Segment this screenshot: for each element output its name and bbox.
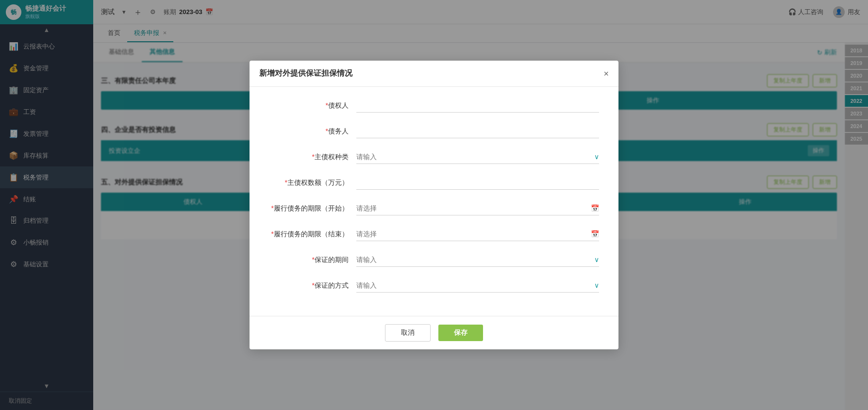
add-guarantee-modal: 新增对外提供保证担保情况 × *债权人 *债务人 *主债权种类 bbox=[250, 61, 618, 349]
cancel-button[interactable]: 取消 bbox=[385, 324, 431, 342]
form-input-creditor[interactable] bbox=[356, 98, 599, 113]
form-select-input-guarantee-period[interactable] bbox=[356, 256, 594, 263]
form-row-debt-amount: *主债权数额（万元） bbox=[269, 176, 599, 190]
form-row-guarantee-period: *保证的期间 ∨ bbox=[269, 253, 599, 267]
form-label-period-start: *履行债务的期限（开始） bbox=[269, 204, 356, 213]
form-row-period-end: *履行债务的期限（结束） 📅 bbox=[269, 227, 599, 241]
form-row-debt-type: *主债权种类 ∨ bbox=[269, 150, 599, 164]
save-button[interactable]: 保存 bbox=[438, 325, 483, 341]
select-arrow-debt-type[interactable]: ∨ bbox=[594, 153, 599, 161]
form-date-period-start[interactable]: 📅 bbox=[356, 201, 599, 215]
modal-overlay: 新增对外提供保证担保情况 × *债权人 *债务人 *主债权种类 bbox=[0, 0, 868, 410]
form-label-debtor: *债务人 bbox=[269, 127, 356, 136]
form-label-debt-type: *主债权种类 bbox=[269, 153, 356, 162]
form-select-guarantee-period[interactable]: ∨ bbox=[356, 253, 599, 267]
form-date-input-period-end[interactable] bbox=[356, 230, 591, 238]
form-date-input-period-start[interactable] bbox=[356, 204, 591, 212]
modal-title: 新增对外提供保证担保情况 bbox=[259, 68, 352, 79]
form-input-debt-amount[interactable] bbox=[356, 176, 599, 190]
form-row-guarantee-method: *保证的方式 ∨ bbox=[269, 279, 599, 293]
form-label-guarantee-period: *保证的期间 bbox=[269, 256, 356, 264]
select-arrow-guarantee-method[interactable]: ∨ bbox=[594, 281, 599, 289]
modal-header: 新增对外提供保证担保情况 × bbox=[250, 61, 618, 87]
form-label-guarantee-method: *保证的方式 bbox=[269, 281, 356, 290]
form-label-period-end: *履行债务的期限（结束） bbox=[269, 230, 356, 239]
form-select-debt-type[interactable]: ∨ bbox=[356, 150, 599, 164]
form-select-input-debt-type[interactable] bbox=[356, 153, 594, 161]
form-select-input-guarantee-method[interactable] bbox=[356, 281, 594, 289]
form-row-period-start: *履行债务的期限（开始） 📅 bbox=[269, 201, 599, 215]
select-arrow-guarantee-period[interactable]: ∨ bbox=[594, 256, 599, 263]
calendar-icon-end[interactable]: 📅 bbox=[591, 230, 599, 238]
modal-close-button[interactable]: × bbox=[603, 69, 609, 78]
modal-body: *债权人 *债务人 *主债权种类 ∨ bbox=[250, 87, 618, 316]
form-row-creditor: *债权人 bbox=[269, 98, 599, 113]
form-label-creditor: *债权人 bbox=[269, 101, 356, 110]
form-select-guarantee-method[interactable]: ∨ bbox=[356, 279, 599, 293]
form-label-debt-amount: *主债权数额（万元） bbox=[269, 179, 356, 187]
calendar-icon-start[interactable]: 📅 bbox=[591, 204, 599, 212]
form-input-debtor[interactable] bbox=[356, 124, 599, 138]
form-row-debtor: *债务人 bbox=[269, 124, 599, 138]
modal-footer: 取消 保存 bbox=[250, 316, 618, 349]
form-date-period-end[interactable]: 📅 bbox=[356, 227, 599, 241]
